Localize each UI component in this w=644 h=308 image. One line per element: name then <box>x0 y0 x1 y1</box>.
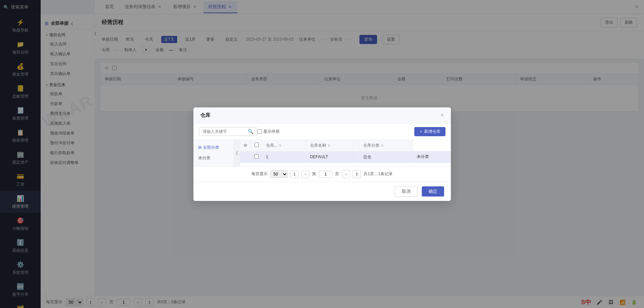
modal-confirm-btn[interactable]: 确定 <box>422 186 444 197</box>
search-container: 🔍 <box>199 127 253 136</box>
modal-actions: 取消 确定 <box>193 182 451 201</box>
modal-search-btn[interactable]: 🔍 <box>248 129 253 134</box>
modal-th-settings[interactable]: ⚙ <box>240 140 251 151</box>
modal-checkbox-all[interactable] <box>254 143 259 147</box>
modal-table-area: ⚙ 仓库... ⇅ 仓库名称 ⇅ <box>240 140 451 166</box>
sort-category-icon[interactable]: ⇅ <box>381 144 383 147</box>
modal-title: 仓库 <box>200 112 210 119</box>
modal-close-btn[interactable]: × <box>440 112 444 118</box>
modal-toolbar: 🔍 显示停用 ＋ 新增仓库 <box>193 124 451 140</box>
modal-td-num: 1 <box>263 151 307 163</box>
grid2-icon: ⊞ <box>198 145 202 150</box>
modal-sidebar: ⊞ 全部分类 未分类 <box>193 140 234 166</box>
modal-th-checkbox <box>251 140 263 151</box>
modal-table: ⚙ 仓库... ⇅ 仓库名称 ⇅ <box>240 140 451 163</box>
page-next-btn[interactable]: › <box>342 170 350 178</box>
show-disabled-label[interactable]: 显示停用 <box>257 129 279 135</box>
modal-sidebar-all-category[interactable]: ⊞ 全部分类 <box>193 143 234 152</box>
show-disabled-checkbox[interactable] <box>257 129 262 134</box>
modal-sidebar-uncategorized-label: 未分类 <box>198 156 210 160</box>
modal-page-input[interactable] <box>319 171 332 178</box>
modal-td-checkbox <box>251 151 263 163</box>
modal-cancel-btn[interactable]: 取消 <box>395 186 418 197</box>
warehouse-modal: 仓库 × 🔍 显示停用 ＋ 新增仓库 ⊞ 全部分类 <box>193 107 451 201</box>
page-first-btn[interactable]: ⟪ <box>290 170 298 178</box>
modal-row-checkbox[interactable] <box>254 154 259 159</box>
sort-code-icon[interactable]: ⇅ <box>279 144 282 147</box>
page-label: 第 <box>312 171 316 177</box>
modal-sidebar-collapse-btn[interactable]: ❮ <box>234 140 240 166</box>
modal-td-code: DEFAULT <box>307 151 360 163</box>
sort-name-icon[interactable]: ⇅ <box>328 144 330 147</box>
add-warehouse-btn[interactable]: ＋ 新增仓库 <box>414 127 445 136</box>
modal-overlay: 仓库 × 🔍 显示停用 ＋ 新增仓库 ⊞ 全部分类 <box>0 0 644 308</box>
show-disabled-text: 显示停用 <box>263 129 279 135</box>
modal-td-name: 总仓 <box>360 151 413 163</box>
modal-th-category: 仓库分类 ⇅ <box>360 140 413 151</box>
modal-td-settings <box>240 151 251 163</box>
modal-th-name: 仓库名称 ⇅ <box>307 140 360 151</box>
table-row[interactable]: 1 DEFAULT 总仓 未分类 <box>240 151 451 163</box>
modal-sidebar-all-label: 全部分类 <box>203 145 219 150</box>
page-last-btn[interactable]: ⟫ <box>353 170 361 178</box>
modal-header: 仓库 × <box>193 107 451 124</box>
modal-total: 共1页，1条记录 <box>363 171 392 177</box>
modal-body: ⊞ 全部分类 未分类 ❮ ⚙ <box>193 140 451 166</box>
modal-td-category: 未分类 <box>413 151 451 163</box>
modal-footer-bar: 每页显示 50 100 ⟪ ‹ 第 页 › ⟫ 共1页，1条记录 <box>193 166 451 182</box>
modal-th-code: 仓库... ⇅ <box>263 140 307 151</box>
page-label2: 页 <box>335 171 339 177</box>
per-page-label: 每页显示 <box>251 171 268 177</box>
page-prev-btn[interactable]: ‹ <box>301 170 309 178</box>
modal-sidebar-uncategorized[interactable]: 未分类 <box>193 152 234 164</box>
per-page-select[interactable]: 50 100 <box>270 170 288 178</box>
